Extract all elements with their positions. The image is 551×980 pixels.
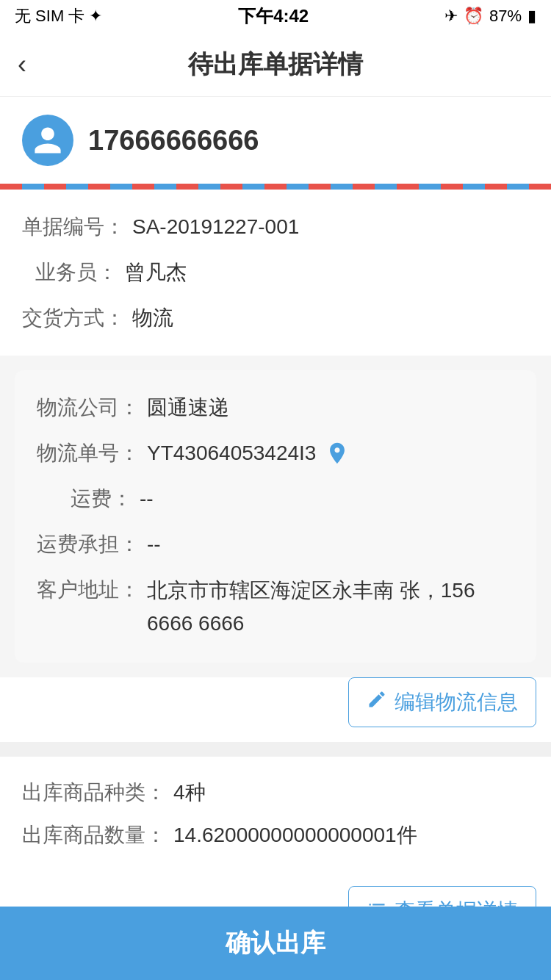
freight-bearer-label: 运费承担： <box>37 529 140 560</box>
avatar <box>22 115 73 166</box>
document-number-label: 单据编号： <box>22 212 125 242</box>
delivery-method-value: 物流 <box>132 303 529 334</box>
confirm-button-label: 确认出库 <box>226 926 325 960</box>
section-separator <box>0 742 551 757</box>
logistics-card: 物流公司： 圆通速递 物流单号： YT43064053424I3 运费： -- … <box>15 370 536 663</box>
status-bar-right: ✈ ⏰ 87% ▮ <box>444 7 536 26</box>
status-bar: 无 SIM 卡 ✦ 下午4:42 ✈ ⏰ 87% ▮ <box>0 0 551 32</box>
edit-logistics-label: 编辑物流信息 <box>395 688 518 716</box>
freight-value: -- <box>140 483 514 514</box>
status-bar-left: 无 SIM 卡 ✦ <box>15 5 102 27</box>
order-info-section: 单据编号： SA-20191227-001 业务员： 曾凡杰 交货方式： 物流 <box>0 190 551 356</box>
goods-quantity-value: 14.62000000000000001件 <box>173 821 417 849</box>
freight-bearer-value: -- <box>147 529 514 560</box>
document-number-row: 单据编号： SA-20191227-001 <box>22 212 529 242</box>
battery-status: 87% <box>489 7 522 26</box>
alarm-icon: ⏰ <box>464 7 483 26</box>
freight-row: 运费： -- <box>37 483 514 514</box>
goods-type-value: 4种 <box>173 779 206 807</box>
delivery-method-row: 交货方式： 物流 <box>22 303 529 334</box>
goods-type-row: 出库商品种类： 4种 <box>22 779 529 807</box>
edit-btn-container: 编辑物流信息 <box>0 677 551 742</box>
goods-quantity-label: 出库商品数量： <box>22 821 166 849</box>
delivery-method-label: 交货方式： <box>22 303 125 334</box>
address-label: 客户地址： <box>37 574 140 605</box>
tracking-number-label: 物流单号： <box>37 438 140 469</box>
tracking-number-value: YT43064053424I3 <box>147 438 514 469</box>
address-value: 北京市市辖区海淀区永丰南 张，156 6666 6666 <box>147 574 514 641</box>
sales-person-label: 业务员： <box>22 257 118 288</box>
freight-bearer-row: 运费承担： -- <box>37 529 514 560</box>
goods-type-label: 出库商品种类： <box>22 779 166 807</box>
document-number-value: SA-20191227-001 <box>132 212 529 242</box>
confirm-button[interactable]: 确认出库 <box>0 907 551 980</box>
nav-bar: ‹ 待出库单据详情 <box>0 32 551 97</box>
goods-quantity-row: 出库商品数量： 14.62000000000000001件 <box>22 821 529 849</box>
tracking-location-icon[interactable] <box>325 441 350 466</box>
address-row: 客户地址： 北京市市辖区海淀区永丰南 张，156 6666 6666 <box>37 574 514 641</box>
tracking-number-row: 物流单号： YT43064053424I3 <box>37 438 514 469</box>
logistics-company-value: 圆通速递 <box>147 392 514 423</box>
dashed-divider <box>0 184 551 190</box>
sim-status: 无 SIM 卡 ✦ <box>15 5 102 27</box>
edit-logistics-button[interactable]: 编辑物流信息 <box>348 677 536 727</box>
page-title: 待出库单据详情 <box>188 48 363 82</box>
back-button[interactable]: ‹ <box>18 49 26 80</box>
customer-header: 17666666666 <box>0 97 551 184</box>
logistics-company-label: 物流公司： <box>37 392 140 423</box>
location-indicator: ✈ <box>444 7 458 26</box>
goods-section: 出库商品种类： 4种 出库商品数量： 14.62000000000000001件 <box>0 757 551 871</box>
customer-phone: 17666666666 <box>88 125 259 156</box>
edit-icon <box>367 689 387 715</box>
sales-person-value: 曾凡杰 <box>125 257 529 288</box>
freight-label: 运费： <box>37 483 132 514</box>
battery-icon: ▮ <box>527 7 536 26</box>
status-bar-time: 下午4:42 <box>238 4 309 28</box>
sales-person-row: 业务员： 曾凡杰 <box>22 257 529 288</box>
logistics-company-row: 物流公司： 圆通速递 <box>37 392 514 423</box>
user-icon <box>32 124 64 156</box>
